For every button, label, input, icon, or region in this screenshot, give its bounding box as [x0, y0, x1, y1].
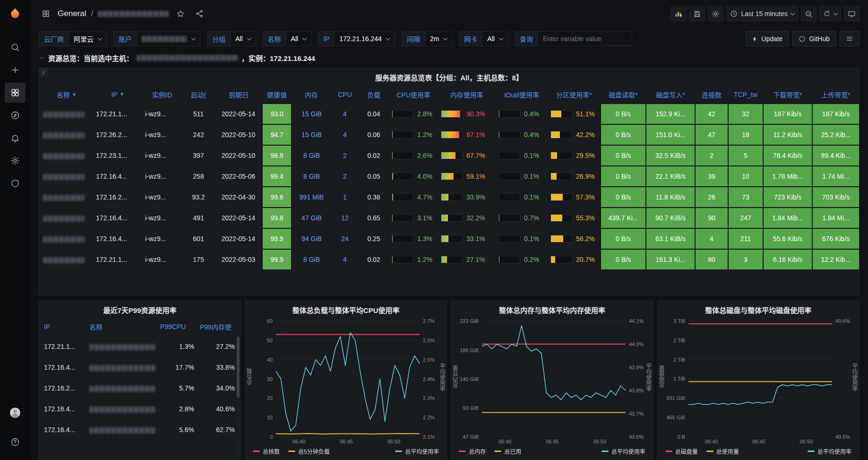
cell-down_bw: 1.78 Mib... [763, 166, 812, 187]
variable-value-cloud[interactable]: 阿里云 [69, 31, 107, 46]
gauge-fill [441, 111, 460, 117]
cell-mem[interactable]: 991 MiB [292, 187, 331, 208]
cell-cpu[interactable]: 2 [331, 166, 359, 187]
add-panel-button[interactable] [670, 6, 687, 21]
server-table-title[interactable]: 服务器资源总览表【分组：All，主机总数：8】 [39, 68, 859, 85]
column-header-ip[interactable]: IP [93, 86, 142, 104]
column-header-cpu[interactable]: CPU [331, 86, 359, 104]
dashboards-icon[interactable] [5, 83, 26, 103]
panel-info-icon[interactable]: i [39, 68, 48, 77]
legend-item[interactable]: 总已用 [494, 447, 521, 455]
cell-cpu[interactable]: 4 [331, 104, 359, 124]
save-dashboard-button[interactable] [689, 6, 705, 21]
column-header-disk_write[interactable]: 磁盘写入* [646, 86, 695, 104]
chart-title[interactable]: 整体总负载与整体平均CPU使用率 [245, 301, 447, 317]
cell-cpu[interactable]: 24 [331, 228, 359, 249]
cell-mem[interactable]: 8 GiB [292, 249, 331, 270]
cell-cpu[interactable]: 1 [331, 187, 359, 208]
refresh-button[interactable] [819, 6, 841, 21]
row-header-overview[interactable]: 资源总览：当前选中主机： ，实例：172.21.16.244 [30, 52, 868, 68]
p99-column-header[interactable]: IP [41, 317, 86, 336]
usage-gauge: 59.1% [441, 173, 493, 180]
alerting-bell-icon[interactable] [5, 128, 26, 148]
variable-value-interval[interactable]: 2m [425, 31, 452, 46]
column-header-mem[interactable]: 内存 [292, 86, 331, 104]
cell-mem[interactable]: 8 GiB [292, 145, 331, 166]
chart-title[interactable]: 整体总磁盘与整体平均磁盘使用率 [658, 301, 859, 317]
cell-mem[interactable]: 15 GiB [292, 124, 331, 145]
apps-grid-icon[interactable] [39, 7, 53, 21]
p99-column-header[interactable]: P99CPU [157, 317, 197, 336]
grafana-logo[interactable] [6, 5, 25, 24]
cell-mem[interactable]: 8 GiB [292, 166, 331, 187]
breadcrumb-section[interactable]: General [58, 9, 86, 18]
star-icon[interactable] [173, 7, 188, 21]
search-icon[interactable] [5, 37, 26, 57]
column-header-conns[interactable]: 连接数 [695, 86, 728, 104]
column-header-instance[interactable]: 实例ID [142, 86, 182, 104]
dashboard-settings-button[interactable] [708, 6, 723, 21]
column-header-mem_pct[interactable]: 内存使用率 [438, 86, 496, 104]
gauge-fill [441, 131, 459, 138]
usage-gauge: 1.2% [392, 256, 435, 263]
scrollbar-thumb[interactable] [237, 337, 240, 398]
variable-query-input[interactable] [538, 31, 632, 46]
help-icon[interactable] [5, 432, 26, 452]
svg-text:0: 0 [270, 434, 273, 440]
explore-compass-icon[interactable] [5, 105, 26, 125]
cell-cpu[interactable]: 2 [331, 145, 359, 166]
p99-column-header[interactable]: P99内存使 [197, 317, 238, 336]
cell-cpu[interactable]: 4 [331, 124, 359, 145]
cell-cpu[interactable]: 4 [331, 249, 359, 270]
configuration-gear-icon[interactable] [5, 151, 26, 171]
cell-mem[interactable]: 47 GiB [292, 208, 331, 228]
usage-gauge: 33.9% [441, 193, 493, 201]
menu-button[interactable] [840, 31, 859, 46]
create-plus-icon[interactable] [5, 60, 26, 80]
kiosk-mode-button[interactable] [844, 6, 859, 21]
legend-item[interactable]: 总平均使用率 [395, 447, 439, 455]
p99-column-header[interactable]: 名称 [86, 317, 157, 336]
cell-mem[interactable]: 94 GiB [292, 228, 331, 249]
time-range-picker[interactable]: Last 15 minutes [726, 6, 798, 21]
column-header-health[interactable]: 健康值 [262, 86, 292, 104]
variable-value-ip[interactable]: 172.21.16.244 [334, 31, 395, 46]
column-header-io_pct[interactable]: IOutil使用率 [496, 86, 548, 104]
legend-item[interactable]: 总内存 [459, 447, 486, 455]
column-header-up_bw[interactable]: 上传带宽* [812, 86, 859, 104]
avatar[interactable] [5, 403, 26, 423]
column-header-name[interactable]: 名称 [40, 86, 93, 104]
server-admin-shield-icon[interactable] [5, 174, 26, 193]
column-header-part_pct[interactable]: 分区使用率* [548, 86, 601, 104]
column-header-expire[interactable]: 到期日 [215, 86, 262, 104]
legend-item[interactable]: 总磁盘量 [665, 447, 698, 455]
legend-item[interactable]: 总平均使用率 [602, 447, 645, 455]
variable-value-nic[interactable]: All [482, 31, 508, 46]
share-icon[interactable] [192, 7, 206, 21]
p99-scrollbar[interactable] [237, 337, 240, 456]
variable-value-name[interactable]: All [286, 31, 312, 46]
cell-mem[interactable]: 15 GiB [292, 104, 331, 124]
column-header-down_bw[interactable]: 下载带宽* [763, 86, 812, 104]
column-header-cpu_pct[interactable]: CPU使用率 [389, 86, 438, 104]
filter-funnel-icon[interactable] [72, 93, 77, 97]
column-header-uptime[interactable]: 启动( [182, 86, 215, 104]
column-header-load[interactable]: 负载 [359, 86, 389, 104]
legend-item[interactable]: 总核数 [253, 447, 280, 455]
legend-item[interactable]: 总使用量 [706, 447, 739, 455]
column-header-tcp_tw[interactable]: TCP_tw [728, 86, 763, 104]
legend-item[interactable]: 总5分钟负载 [288, 447, 330, 455]
variable-value-group[interactable]: All [230, 31, 256, 46]
cell-cpu[interactable]: 12 [331, 208, 359, 228]
column-header-disk_read[interactable]: 磁盘读取* [601, 86, 646, 104]
variable-value-account[interactable] [137, 31, 200, 46]
variable-nic: 网卡All [459, 31, 508, 46]
dashboard-title-redacted[interactable] [98, 11, 169, 17]
zoom-out-button[interactable] [801, 6, 816, 21]
update-button[interactable]: Update [746, 31, 789, 46]
filter-funnel-icon[interactable] [120, 92, 124, 97]
github-button[interactable]: GitHub [792, 31, 836, 46]
legend-item[interactable]: 总平均使用率 [808, 447, 851, 455]
chart-title[interactable]: 整体总内存与整体平均内存使用率 [451, 301, 653, 317]
p99-title[interactable]: 最近7天P99资源使用率 [39, 301, 241, 317]
